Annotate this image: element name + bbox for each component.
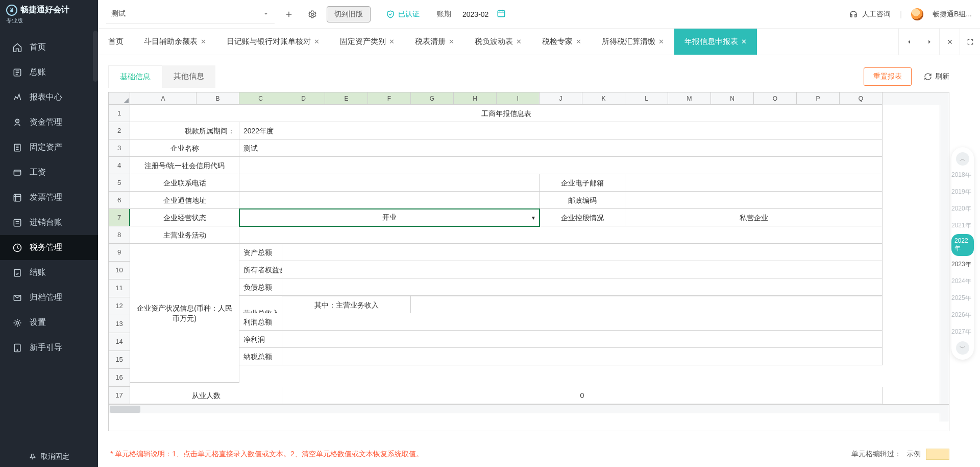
year-option[interactable]: 2025年: [951, 290, 974, 307]
row-header[interactable]: 5: [109, 174, 130, 192]
row-header[interactable]: 10: [109, 262, 130, 279]
sidebar-item-2[interactable]: 报表中心: [0, 85, 98, 110]
tab-close-icon[interactable]: ✕: [389, 38, 395, 45]
col-header[interactable]: Q: [840, 92, 883, 105]
cell[interactable]: 私营企业: [625, 209, 883, 226]
tab-2[interactable]: 日记账与银行对账单核对✕: [216, 29, 330, 55]
col-header[interactable]: I: [497, 92, 540, 105]
col-header[interactable]: L: [625, 92, 668, 105]
sidebar-item-8[interactable]: 税务管理: [0, 235, 98, 260]
year-option[interactable]: 2026年: [951, 307, 974, 323]
row-header[interactable]: 7: [109, 209, 130, 226]
row-header[interactable]: 4: [109, 157, 130, 174]
sidebar-item-4[interactable]: 固定资产: [0, 135, 98, 160]
sidebar-item-9[interactable]: 结账: [0, 260, 98, 285]
col-header[interactable]: M: [668, 92, 711, 105]
add-button[interactable]: [280, 5, 298, 24]
col-header[interactable]: P: [797, 92, 840, 105]
tab-7[interactable]: 所得税汇算清缴✕: [592, 29, 674, 55]
consult-button[interactable]: 人工咨询: [849, 10, 891, 19]
cell[interactable]: [282, 348, 883, 365]
cell[interactable]: [282, 313, 883, 331]
cell[interactable]: [411, 296, 883, 314]
tab-close-icon[interactable]: ✕: [314, 38, 320, 45]
tabs-scroll-right[interactable]: [919, 29, 939, 55]
year-option[interactable]: 2018年: [951, 167, 974, 183]
sidebar-item-10[interactable]: 归档管理: [0, 285, 98, 310]
row-header[interactable]: 13: [109, 315, 130, 333]
org-selector[interactable]: 测试: [106, 5, 275, 24]
sidebar-item-12[interactable]: 新手引导: [0, 335, 98, 360]
row-header[interactable]: 6: [109, 192, 130, 209]
cell[interactable]: [282, 261, 883, 278]
year-option[interactable]: 2027年: [951, 323, 974, 340]
cell[interactable]: [282, 244, 883, 261]
sub-tab-1[interactable]: 其他信息: [162, 65, 215, 88]
cell[interactable]: [239, 192, 540, 209]
tab-close-icon[interactable]: ✕: [741, 38, 747, 45]
row-header[interactable]: 17: [109, 387, 130, 404]
row-header[interactable]: 3: [109, 139, 130, 157]
col-header[interactable]: J: [540, 92, 582, 105]
tab-0[interactable]: 首页: [98, 29, 134, 55]
select-all-corner[interactable]: [109, 92, 130, 105]
reset-report-button[interactable]: 重置报表: [864, 67, 912, 86]
tab-5[interactable]: 税负波动表✕: [464, 29, 532, 55]
tab-4[interactable]: 税表清册✕: [405, 29, 464, 55]
row-header[interactable]: 14: [109, 333, 130, 351]
sidebar-item-3[interactable]: 资金管理: [0, 110, 98, 135]
sidebar-item-0[interactable]: 首页: [0, 35, 98, 60]
tabs-close-all[interactable]: [939, 29, 960, 55]
year-option[interactable]: 2020年: [951, 200, 974, 217]
col-header[interactable]: D: [282, 92, 325, 105]
refresh-button[interactable]: 刷新: [924, 72, 949, 81]
cell[interactable]: [625, 192, 883, 209]
col-header[interactable]: H: [454, 92, 497, 105]
switch-old-version-button[interactable]: 切到旧版: [327, 6, 371, 22]
tab-6[interactable]: 税检专家✕: [532, 29, 592, 55]
unpin-button[interactable]: 取消固定: [0, 447, 98, 467]
sidebar-item-7[interactable]: 进销台账: [0, 210, 98, 235]
year-option[interactable]: 2021年: [951, 217, 974, 234]
cell[interactable]: 0: [282, 387, 883, 404]
cell[interactable]: [239, 226, 883, 244]
cell[interactable]: [239, 174, 540, 192]
col-header[interactable]: G: [411, 92, 454, 105]
col-header[interactable]: F: [368, 92, 411, 105]
year-down-button[interactable]: ﹀: [956, 341, 969, 355]
row-header[interactable]: 11: [109, 279, 130, 297]
settings-button[interactable]: [303, 5, 322, 24]
row-header[interactable]: 16: [109, 369, 130, 387]
sidebar-item-5[interactable]: 工资: [0, 160, 98, 185]
cell[interactable]: [282, 278, 883, 296]
col-header[interactable]: N: [711, 92, 754, 105]
sub-tab-0[interactable]: 基础信息: [108, 65, 162, 88]
row-header[interactable]: 2: [109, 122, 130, 139]
calendar-button[interactable]: [497, 9, 506, 19]
tab-close-icon[interactable]: ✕: [516, 38, 522, 45]
period-value-cell[interactable]: 2022年度: [239, 122, 883, 139]
row-header[interactable]: 15: [109, 351, 130, 369]
sidebar-item-6[interactable]: 发票管理: [0, 185, 98, 210]
user-name[interactable]: 畅捷通B组...: [933, 10, 972, 19]
year-option[interactable]: 2022年: [951, 234, 974, 256]
sheet-vscrollbar[interactable]: [940, 105, 949, 422]
year-option[interactable]: 2023年: [951, 256, 974, 273]
tabs-scroll-left[interactable]: [898, 29, 919, 55]
tab-close-icon[interactable]: ✕: [658, 38, 664, 45]
avatar[interactable]: [911, 8, 923, 20]
col-header[interactable]: O: [754, 92, 797, 105]
tab-3[interactable]: 固定资产类别✕: [330, 29, 405, 55]
row-header[interactable]: 8: [109, 226, 130, 244]
col-header[interactable]: K: [582, 92, 625, 105]
cell[interactable]: [239, 157, 883, 174]
business-status-cell[interactable]: [239, 209, 540, 226]
spreadsheet[interactable]: ABCDEFGHIJKLMNOPQ 1工商年报信息表2税款所属期间：2022年度…: [108, 92, 949, 431]
tab-close-icon[interactable]: ✕: [576, 38, 581, 45]
sheet-hscrollbar[interactable]: [109, 404, 949, 413]
year-option[interactable]: 2024年: [951, 273, 974, 290]
year-option[interactable]: 2019年: [951, 183, 974, 200]
row-header[interactable]: 9: [109, 244, 130, 262]
col-header[interactable]: E: [325, 92, 368, 105]
tab-8[interactable]: 年报信息申报表✕: [674, 29, 757, 55]
